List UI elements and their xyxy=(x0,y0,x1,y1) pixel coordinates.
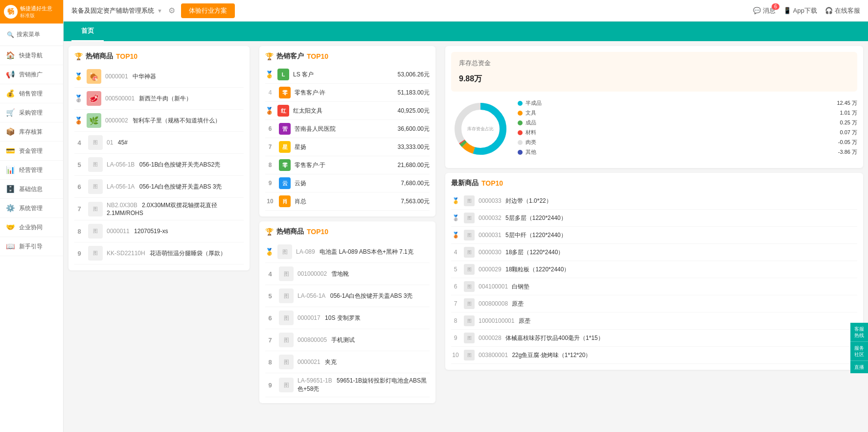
product-thumbnail: 图 xyxy=(279,311,294,325)
rank-number: 4 xyxy=(265,89,275,96)
list-item: 🥉 图 0000031 5层中纤（1220*2440） xyxy=(451,227,857,244)
search-menu-button[interactable]: 🔍 搜索菜单 xyxy=(4,27,59,42)
header-right: 💬 消息 6 📱 App下载 🎧 在线客服 xyxy=(753,6,860,15)
sidebar-item-operation[interactable]: 📊 经营管理 xyxy=(0,161,63,180)
default-icon: 图 xyxy=(93,161,98,168)
sidebar-item-inventory[interactable]: 📦 库存核算 xyxy=(0,122,63,142)
sidebar-item-basicinfo[interactable]: 🗄️ 基础信息 xyxy=(0,180,63,199)
mid-product-list: 🥇 图 LA-089 电池盖 LA-089 ABS本色+黑种 7.1克 4 图 xyxy=(265,241,430,397)
product-info: 0000031 5层中纤（1220*2440） xyxy=(479,231,857,240)
message-badge[interactable]: 💬 消息 6 xyxy=(753,6,776,15)
product-thumbnail: 图 xyxy=(279,266,294,281)
rank-number: 6 xyxy=(451,283,460,290)
product-info: KK-SD22110H 花语萌恒温分腿睡袋（厚款） xyxy=(107,249,244,258)
customer-ranking-card: 🏆 热销客户 TOP10 🥇 L LS 客户 53,006.26元 4 零 零售… xyxy=(259,46,435,216)
product-thumbnail: 图 xyxy=(88,224,103,239)
product-info: 0000030 18多层（1220*2440） xyxy=(479,248,857,257)
enterprise-icon: 🤝 xyxy=(6,223,15,232)
float-buttons: 客服热线 服务社区 直播 xyxy=(850,323,868,373)
default-icon: 图 xyxy=(93,228,98,235)
online-service-link[interactable]: 🎧 在线客服 xyxy=(825,6,860,15)
product-thumbnail: 图 xyxy=(279,288,294,303)
medal-icon: 🥈 xyxy=(74,95,83,102)
settings-icon[interactable]: ⚙ xyxy=(168,6,175,15)
rank-number: 7 xyxy=(74,205,84,213)
customer-service-btn[interactable]: 客服热线 xyxy=(850,323,868,342)
list-item: 9 图 0000028 体械嘉枝味苏打饮品400毫升（1*15） xyxy=(451,330,857,347)
product-info: 000800005 手机测试 xyxy=(297,336,430,344)
finance-icon: 💳 xyxy=(6,146,15,155)
product-icon: 图 xyxy=(464,213,475,223)
tab-bar: 首页 xyxy=(64,22,868,41)
sidebar-item-finance[interactable]: 💳 资金管理 xyxy=(0,142,63,161)
rank-number: 7 xyxy=(451,300,460,307)
sidebar-item-quicknav[interactable]: 🏠 快捷导航 xyxy=(0,46,63,65)
list-item: 🥇 图 LA-089 电池盖 LA-089 ABS本色+黑种 7.1克 xyxy=(265,241,430,263)
sidebar-item-purchase[interactable]: 🛒 采购管理 xyxy=(0,103,63,122)
sidebar-item-enterprise[interactable]: 🤝 企业协同 xyxy=(0,218,63,237)
list-item: 7 图 NB2.0X30B 2.0X30MM双摆花轴摆花直径2.1MM/ROHS xyxy=(74,198,244,220)
sidebar-item-system[interactable]: ⚙️ 系统管理 xyxy=(0,199,63,218)
sidebar-item-marketing[interactable]: 📢 营销推广 xyxy=(0,65,63,84)
product-icon: 图 xyxy=(464,230,475,240)
rank-number: 6 xyxy=(265,314,275,322)
default-icon: 图 xyxy=(93,206,98,213)
product-icon: 图 xyxy=(464,264,475,275)
customer-avatar: 肖 xyxy=(279,195,291,207)
sidebar-item-guide[interactable]: 📖 新手引导 xyxy=(0,237,63,256)
product-info: 10000100001 原垄 xyxy=(479,317,857,325)
legend-item: 文具 1.01 万 xyxy=(518,109,857,117)
list-item: 🥇 L LS 客户 53,006.26元 xyxy=(265,66,430,84)
list-item: 4 图 0000030 18多层（1220*2440） xyxy=(451,244,857,261)
default-icon: 图 xyxy=(284,336,289,344)
rank-number: 9 xyxy=(265,180,275,187)
legend-item: 成品 0.25 万 xyxy=(518,119,857,126)
home-icon: 🏠 xyxy=(6,51,15,60)
product-info: 0000029 18颗粒板（1220*2440） xyxy=(479,265,857,274)
rank-number: 🥇 xyxy=(451,197,460,204)
default-icon: 图 xyxy=(284,292,289,300)
customer-ranking-title: 🏆 热销客户 TOP10 xyxy=(265,52,430,61)
product-info: 003800001 22g鱼豆腐·烧烤味（1*12*20） xyxy=(479,351,857,360)
product-info: LA-59651-1B 59651-1B旋转投影灯电池盒ABS黑色+58壳 xyxy=(297,377,430,393)
message-icon: 💬 xyxy=(753,7,761,14)
inventory-card: 库存总资金 9.88万 xyxy=(445,46,863,168)
sidebar-item-sales[interactable]: 💰 销售管理 xyxy=(0,84,63,103)
list-item: 🥇 图 0000033 封边带（1.0*22） xyxy=(451,192,857,210)
legend-color-dot xyxy=(518,120,523,125)
rank-number: 5 xyxy=(265,292,275,300)
list-item: 🥉 🌿 0000002 智利车子里（规格不知道填什么） xyxy=(74,110,244,132)
medal-icon: 🥇 xyxy=(74,72,83,80)
product-icon: 图 xyxy=(464,281,475,292)
default-icon: 图 xyxy=(284,382,289,389)
try-plan-button[interactable]: 体验行业方案 xyxy=(181,3,235,18)
app-download-link[interactable]: 📱 App下载 xyxy=(783,6,817,15)
purchase-icon: 🛒 xyxy=(6,108,15,117)
product-info: 0000001 中华神器 xyxy=(105,72,244,81)
legend-item: 半成品 12.45 万 xyxy=(518,99,857,107)
donut-chart: 库存资金占比 xyxy=(451,99,510,158)
system-icon: ⚙️ xyxy=(6,204,15,213)
default-icon: 图 xyxy=(93,139,98,146)
product-icon: 图 xyxy=(464,350,475,360)
list-item: 9 图 KK-SD22110H 花语萌恒温分腿睡袋（厚款） xyxy=(74,242,244,264)
rank-number: 8 xyxy=(265,162,275,168)
dropdown-icon[interactable]: ▼ xyxy=(157,8,162,14)
list-item: 8 图 0000011 12070519-xs xyxy=(74,220,244,242)
list-item: 10 图 003800001 22g鱼豆腐·烧烤味（1*12*20） xyxy=(451,347,857,364)
trophy-icon-3: 🏆 xyxy=(265,228,274,236)
legend-color-dot xyxy=(518,150,523,155)
live-btn[interactable]: 直播 xyxy=(850,361,868,373)
product-thumbnail: 图 xyxy=(88,202,103,216)
donut-center-label: 库存资金占比 xyxy=(467,126,494,132)
service-community-btn[interactable]: 服务社区 xyxy=(850,342,868,361)
inventory-legend: 半成品 12.45 万 文具 1.01 万 成品 0.25 万 xyxy=(518,99,857,158)
list-item: 🥇 🍖 0000001 中华神器 xyxy=(74,66,244,88)
inventory-amount-section: 库存总资金 9.88万 xyxy=(451,52,857,92)
list-item: 6 图 LA-056-1A 056-1A白色按键开关盖ABS 3壳 xyxy=(74,176,244,198)
customer-avatar: 星 xyxy=(279,141,291,153)
main-container: 装备及固定资产辅助管理系统 ▼ ⚙ 体验行业方案 💬 消息 6 📱 App下载 … xyxy=(64,0,868,432)
list-item: 4 图 01 45# xyxy=(74,132,244,154)
product-info: 001000002 雪地靴 xyxy=(297,270,430,278)
tab-home[interactable]: 首页 xyxy=(71,22,104,41)
